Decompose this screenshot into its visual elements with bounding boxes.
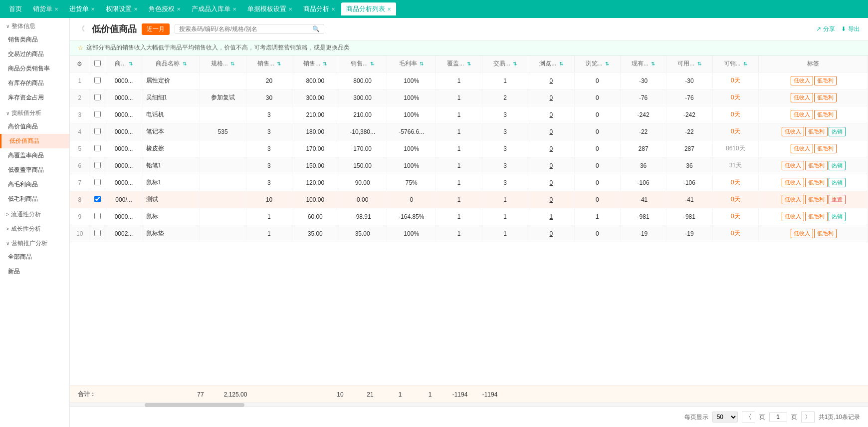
- nav-home[interactable]: 首页: [4, 2, 27, 15]
- nav-analysis-close[interactable]: ✕: [331, 6, 335, 12]
- col-spec[interactable]: 规格... ⇅: [200, 55, 246, 72]
- col-current[interactable]: 现有... ⇅: [620, 55, 666, 72]
- col-code[interactable]: 商... ⇅: [105, 55, 143, 72]
- sidebar-item-sales-goods[interactable]: 销售类商品: [0, 32, 69, 47]
- nav-product[interactable]: 产成品入库单 ✕: [187, 2, 241, 15]
- cell-browse1[interactable]: 0: [528, 157, 574, 174]
- next-page-button[interactable]: 〉: [801, 411, 815, 423]
- col-checkbox[interactable]: [90, 55, 105, 72]
- export-button[interactable]: ⬇ 导出: [841, 25, 860, 33]
- share-button[interactable]: ↗ 分享: [816, 25, 835, 33]
- col-browse1[interactable]: 浏览... ⇅: [528, 55, 574, 72]
- row-checkbox[interactable]: [94, 162, 101, 168]
- browse-link[interactable]: 0: [550, 128, 553, 135]
- browse-link[interactable]: 0: [550, 230, 553, 237]
- col-browse2[interactable]: 浏览... ⇅: [574, 55, 620, 72]
- sidebar-group-growth[interactable]: > 成长性分析: [0, 221, 69, 235]
- nav-analysis[interactable]: 商品分析 ✕: [298, 2, 340, 15]
- cell-browse1[interactable]: 0: [528, 89, 574, 106]
- row-checkbox[interactable]: [94, 213, 101, 219]
- nav-sales-close[interactable]: ✕: [54, 6, 58, 12]
- prev-page-button[interactable]: 〈: [742, 411, 755, 423]
- col-sellable[interactable]: 可销... ⇅: [712, 55, 758, 72]
- cell-browse1[interactable]: 0: [528, 174, 574, 191]
- nav-permission[interactable]: 权限设置 ✕: [101, 2, 143, 15]
- sidebar-item-inventory-fund[interactable]: 库存资金占用: [0, 90, 69, 105]
- cell-checkbox[interactable]: [90, 208, 105, 225]
- nav-sales[interactable]: 销货单 ✕: [28, 2, 63, 15]
- cell-checkbox[interactable]: [90, 157, 105, 174]
- search-icon[interactable]: 🔍: [312, 25, 320, 32]
- sidebar-item-low-coverage[interactable]: 低覆盖率商品: [0, 163, 69, 177]
- sidebar-item-all-goods[interactable]: 全部商品: [0, 250, 69, 264]
- col-gross-margin[interactable]: 毛利率 ⇅: [387, 55, 436, 72]
- col-trade[interactable]: 交易... ⇅: [482, 55, 528, 72]
- nav-purchase-close[interactable]: ✕: [91, 6, 95, 12]
- cell-checkbox[interactable]: [90, 140, 105, 157]
- collapse-sidebar-button[interactable]: 《: [78, 24, 85, 33]
- sidebar-item-high-gross[interactable]: 高毛利商品: [0, 177, 69, 192]
- sidebar-group-flow[interactable]: > 流通性分析: [0, 206, 69, 221]
- col-sale-amt[interactable]: 销售... ⇅: [292, 55, 338, 72]
- search-input[interactable]: [179, 25, 312, 32]
- cell-browse1[interactable]: 1: [528, 208, 574, 225]
- cell-browse1[interactable]: 0: [528, 106, 574, 123]
- select-all-checkbox[interactable]: [94, 60, 101, 66]
- col-name[interactable]: 商品名称 ⇅: [143, 55, 200, 72]
- sidebar-item-new-goods[interactable]: 新品: [0, 264, 69, 279]
- sidebar-item-high-coverage[interactable]: 高覆盖率商品: [0, 148, 69, 163]
- cell-checkbox[interactable]: [90, 225, 105, 242]
- browse-link[interactable]: 0: [550, 111, 553, 118]
- row-checkbox[interactable]: [94, 94, 101, 100]
- col-sale-avg[interactable]: 销售... ⇅: [338, 55, 387, 72]
- cell-browse1[interactable]: 0: [528, 225, 574, 242]
- row-checkbox[interactable]: [94, 196, 101, 202]
- cell-browse1[interactable]: 0: [528, 140, 574, 157]
- col-coverage[interactable]: 覆盖... ⇅: [436, 55, 482, 72]
- filter-recent-month-button[interactable]: 近一月: [142, 23, 170, 35]
- row-checkbox[interactable]: [94, 111, 101, 117]
- nav-purchase[interactable]: 进货单 ✕: [64, 2, 100, 15]
- row-checkbox[interactable]: [94, 77, 101, 83]
- row-checkbox[interactable]: [94, 145, 101, 151]
- cell-browse1[interactable]: 0: [528, 72, 574, 89]
- sidebar-item-stock-goods[interactable]: 有库存的商品: [0, 76, 69, 90]
- scrollbar-thumb[interactable]: [145, 403, 244, 407]
- scrollbar-area[interactable]: [70, 403, 868, 407]
- sidebar-item-traded-goods[interactable]: 交易过的商品: [0, 47, 69, 61]
- nav-analysis-list-close[interactable]: ✕: [387, 6, 391, 12]
- sidebar-group-marketing[interactable]: ∨ 营销推广分析: [0, 235, 69, 250]
- cell-checkbox[interactable]: [90, 174, 105, 191]
- col-tags[interactable]: 标签: [759, 55, 868, 72]
- browse-link[interactable]: 0: [550, 145, 553, 152]
- nav-template-close[interactable]: ✕: [288, 6, 292, 12]
- page-number-input[interactable]: [769, 412, 787, 422]
- cell-checkbox[interactable]: [90, 89, 105, 106]
- cell-browse1[interactable]: 0: [528, 191, 574, 208]
- sidebar-item-high-value[interactable]: 高价值商品: [0, 119, 69, 134]
- nav-permission-close[interactable]: ✕: [134, 6, 138, 12]
- browse-link[interactable]: 0: [550, 77, 553, 84]
- cell-checkbox[interactable]: [90, 106, 105, 123]
- browse-link[interactable]: 0: [550, 196, 553, 203]
- cell-checkbox[interactable]: [90, 191, 105, 208]
- row-checkbox[interactable]: [94, 230, 101, 236]
- sidebar-item-category-rate[interactable]: 商品分类销售率: [0, 61, 69, 76]
- col-available[interactable]: 可用... ⇅: [666, 55, 712, 72]
- nav-product-close[interactable]: ✕: [232, 6, 236, 12]
- cell-checkbox[interactable]: [90, 123, 105, 140]
- nav-role-close[interactable]: ✕: [177, 6, 181, 12]
- nav-role[interactable]: 角色授权 ✕: [144, 2, 186, 15]
- cell-browse1[interactable]: 0: [528, 123, 574, 140]
- sidebar-item-low-value[interactable]: 低价值商品: [0, 134, 69, 148]
- col-gear[interactable]: ⚙: [70, 55, 90, 72]
- browse-link[interactable]: 0: [550, 179, 553, 186]
- browse-link[interactable]: 1: [550, 213, 553, 220]
- browse-link[interactable]: 0: [550, 94, 553, 101]
- browse-link[interactable]: 0: [550, 162, 553, 169]
- col-sale-qty[interactable]: 销售... ⇅: [246, 55, 292, 72]
- nav-analysis-list[interactable]: 商品分析列表 ✕: [341, 2, 396, 15]
- row-checkbox[interactable]: [94, 128, 101, 134]
- nav-template[interactable]: 单据模板设置 ✕: [242, 2, 297, 15]
- row-checkbox[interactable]: [94, 179, 101, 185]
